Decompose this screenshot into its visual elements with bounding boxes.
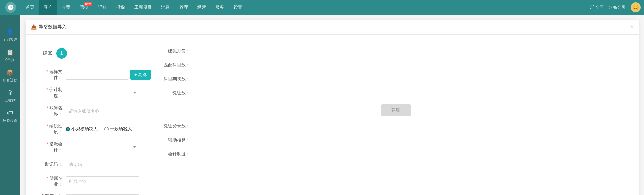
accountant-select[interactable] bbox=[66, 142, 139, 152]
history-year-row: 参照历史年度： bbox=[39, 193, 139, 195]
sidebar-item-all-clients[interactable]: 👤 全部客户 bbox=[1, 25, 19, 45]
nav-messages[interactable]: 消息 bbox=[156, 0, 175, 15]
sidebar-item-migration[interactable]: 📦 账套迁移 bbox=[1, 66, 19, 85]
browse-button[interactable]: + 浏览 bbox=[130, 70, 151, 80]
voucher-entries-row: 凭证分录数： bbox=[163, 123, 629, 129]
sidebar-item-recycle[interactable]: 🗑 回收站 bbox=[1, 87, 19, 106]
nav-settings[interactable]: 设置 bbox=[229, 0, 247, 15]
month-label: 建账月份： bbox=[163, 48, 193, 54]
initial-balance-label: 科目期初数： bbox=[163, 76, 193, 82]
aux-accounting-row: 辅助核算： bbox=[163, 137, 629, 143]
tax-type-label: * 纳税性质： bbox=[39, 123, 66, 135]
nav-billing[interactable]: 收费 bbox=[57, 0, 75, 15]
nav-invoices[interactable]: 票据 new bbox=[75, 0, 93, 15]
voucher-count-row: 凭证数： bbox=[163, 90, 629, 96]
main-layout: 👤 全部客户 📋 0申报 📦 账套迁移 🗑 回收站 🏷 标签设置 📥 导 bbox=[0, 15, 644, 195]
logo-icon bbox=[7, 4, 14, 11]
logo-circle bbox=[5, 2, 16, 13]
voucher-entries-label: 凭证分录数： bbox=[163, 123, 193, 129]
content-area: 📥 导爷数据导入 × 建账 1 * 选择文件： bbox=[20, 15, 644, 195]
ledger-name-label: * 账簿名称： bbox=[39, 105, 66, 117]
nav-items: 首页 客户 收费 票据 new 记账 报税 工商项目 消息 管理 经营 服务 设… bbox=[21, 0, 590, 15]
trash-icon: 🗑 bbox=[7, 89, 13, 96]
person-icon: 👤 bbox=[6, 28, 14, 36]
declaration-icon: 📋 bbox=[6, 49, 14, 56]
dialog-body: 建账 1 * 选择文件： + 浏览 bbox=[26, 35, 639, 195]
company-input[interactable] bbox=[66, 176, 139, 186]
nav-right: ⛶ 全屏 ▷ 畅会员 😊 bbox=[590, 2, 641, 12]
sidebar-brand bbox=[9, 17, 11, 23]
aux-accounting-label: 辅助核算： bbox=[163, 137, 193, 143]
accounting-system-label: * 会计制度： bbox=[39, 87, 66, 99]
dialog-header: 📥 导爷数据导入 × bbox=[26, 20, 639, 35]
memo-code-input[interactable] bbox=[66, 159, 139, 169]
dialog-close-button[interactable]: × bbox=[630, 24, 633, 30]
right-accounting-system-row: 会计制度： bbox=[163, 151, 629, 157]
top-navigation: 首页 客户 收费 票据 new 记账 报税 工商项目 消息 管理 经营 服务 设… bbox=[0, 0, 644, 15]
tag-icon: 🏷 bbox=[7, 110, 13, 117]
nav-bookkeeping[interactable]: 记账 bbox=[93, 0, 111, 15]
membership-button[interactable]: ▷ 畅会员 bbox=[609, 5, 625, 10]
dialog-title: 📥 导爷数据导入 bbox=[31, 24, 67, 30]
tax-small-scale-radio[interactable] bbox=[66, 127, 70, 131]
nav-management[interactable]: 管理 bbox=[175, 0, 193, 15]
file-row: * 选择文件： + 浏览 bbox=[39, 69, 139, 81]
tax-general-radio[interactable] bbox=[104, 127, 109, 131]
step-header: 建账 1 bbox=[39, 48, 139, 59]
nav-business[interactable]: 工商项目 bbox=[130, 0, 156, 15]
logo[interactable] bbox=[3, 0, 18, 15]
step-label: 建账 bbox=[39, 50, 52, 56]
form-section: 建账 1 * 选择文件： + 浏览 bbox=[26, 41, 153, 195]
sidebar-item-tags[interactable]: 🏷 标签设置 bbox=[1, 107, 19, 126]
company-row: * 所属企业： bbox=[39, 175, 139, 187]
file-input-group: + 浏览 bbox=[66, 70, 151, 80]
nav-services[interactable]: 服务 bbox=[211, 0, 229, 15]
play-icon: ▷ bbox=[609, 5, 612, 10]
accountant-row: * 指派会计： bbox=[39, 141, 139, 153]
ledger-name-input[interactable] bbox=[66, 106, 139, 116]
dialog: 📥 导爷数据导入 × 建账 1 * 选择文件： bbox=[26, 20, 639, 195]
tax-type-radio-group: 小规模纳税人 一般纳税人 bbox=[66, 126, 132, 132]
nav-home[interactable]: 首页 bbox=[21, 0, 39, 15]
tax-small-scale[interactable]: 小规模纳税人 bbox=[66, 126, 98, 132]
month-row: 建账月份： bbox=[163, 48, 629, 54]
nav-badge-new: new bbox=[84, 2, 92, 6]
match-subjects-label: 匹配科目数： bbox=[163, 62, 193, 68]
sidebar: 👤 全部客户 📋 0申报 📦 账套迁移 🗑 回收站 🏷 标签设置 bbox=[0, 15, 20, 195]
import-icon: 📥 bbox=[31, 24, 37, 30]
accounting-system-select[interactable] bbox=[66, 88, 139, 98]
history-year-label: 参照历史年度： bbox=[39, 193, 66, 195]
nav-clients[interactable]: 客户 bbox=[39, 0, 57, 15]
user-avatar[interactable]: 😊 bbox=[631, 2, 641, 12]
accountant-label: * 指派会计： bbox=[39, 141, 66, 153]
memo-code-label: 助记码： bbox=[39, 161, 66, 167]
sidebar-item-declaration[interactable]: 📋 0申报 bbox=[1, 46, 19, 65]
memo-code-row: 助记码： bbox=[39, 159, 139, 169]
file-label: * 选择文件： bbox=[39, 69, 66, 81]
match-subjects-row: 匹配科目数： bbox=[163, 62, 629, 68]
right-panel: 建账月份： 匹配科目数： 科目期初数： 凭证数： bbox=[153, 41, 639, 195]
voucher-count-label: 凭证数： bbox=[163, 90, 193, 96]
company-label: * 所属企业： bbox=[39, 175, 66, 187]
create-account-button[interactable]: 建账 bbox=[381, 104, 411, 116]
nav-tax[interactable]: 报税 bbox=[111, 0, 130, 15]
accounting-system-row: * 会计制度： bbox=[39, 87, 139, 99]
file-input[interactable] bbox=[66, 70, 128, 80]
migration-icon: 📦 bbox=[6, 69, 14, 76]
fullscreen-icon: ⛶ bbox=[590, 5, 594, 10]
initial-balance-row: 科目期初数： bbox=[163, 76, 629, 82]
avatar-icon: 😊 bbox=[632, 4, 639, 11]
fullscreen-button[interactable]: ⛶ 全屏 bbox=[590, 5, 603, 10]
nav-operations[interactable]: 经营 bbox=[193, 0, 211, 15]
right-accounting-system-label: 会计制度： bbox=[163, 151, 193, 157]
tax-general[interactable]: 一般纳税人 bbox=[104, 126, 132, 132]
step-circle: 1 bbox=[56, 48, 67, 59]
ledger-name-row: * 账簿名称： bbox=[39, 105, 139, 117]
tax-type-row: * 纳税性质： 小规模纳税人 一般纳税人 bbox=[39, 123, 139, 135]
